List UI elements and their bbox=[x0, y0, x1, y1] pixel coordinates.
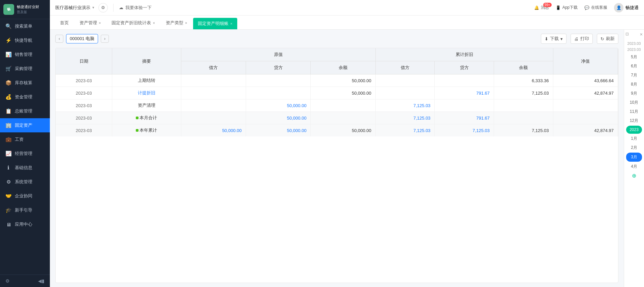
cell-acc-balance bbox=[494, 112, 553, 124]
tab-asset-type-close[interactable]: × bbox=[185, 21, 187, 25]
sidebar-label-sales: 销售管理 bbox=[15, 52, 32, 58]
tab-asset-type[interactable]: 资产类型 × bbox=[161, 17, 192, 29]
topbar: 医疗器械行业演示 ▾ ⚙ ☁ 我要体验一下 🔔 消息 99+ 📱 App下载 💬… bbox=[50, 0, 644, 15]
sidebar-item-operations[interactable]: 📈经营管理 bbox=[0, 147, 50, 161]
sidebar-label-quick-nav: 快捷导航 bbox=[15, 37, 32, 43]
company-selector[interactable]: 医疗器械行业演示 ▾ bbox=[55, 5, 94, 11]
tab-depreciation-stats-close[interactable]: × bbox=[153, 21, 155, 25]
finance-icon: 💰 bbox=[5, 94, 11, 100]
cell-orig-debit: 50,000.00 bbox=[181, 124, 246, 137]
logo-version: 普及版 bbox=[17, 10, 39, 14]
content-main: ‹ 000001 电脑 › ⬇ 下载 ▾ 🖨 打印 bbox=[50, 30, 624, 287]
sidebar-item-finance[interactable]: 💰资金管理 bbox=[0, 90, 50, 104]
timeline-month-9月[interactable]: 9月 bbox=[624, 89, 644, 98]
company-chevron-icon: ▾ bbox=[92, 5, 94, 10]
cloud-icon: ☁ bbox=[119, 5, 123, 10]
content-area: ‹ 000001 电脑 › ⬇ 下载 ▾ 🖨 打印 bbox=[50, 30, 644, 287]
timeline-month-2023-4月[interactable]: 4月 bbox=[624, 162, 644, 171]
cell-orig-balance: 50,000.00 bbox=[311, 124, 375, 137]
sidebar-item-guide[interactable]: 🎓新手引导 bbox=[0, 203, 50, 217]
tab-asset-management-close[interactable]: × bbox=[99, 21, 101, 25]
sidebar-item-system[interactable]: ⚙系统管理 bbox=[0, 175, 50, 189]
timeline-month-10月[interactable]: 10月 bbox=[624, 98, 644, 107]
experience-button[interactable]: ☁ 我要体验一下 bbox=[119, 5, 152, 11]
sidebar-logo: 畅 畅捷通好业财 普及版 bbox=[0, 0, 50, 19]
next-icon: › bbox=[104, 36, 105, 41]
col-net-header: 净值 bbox=[553, 48, 618, 74]
sidebar-item-quick-nav[interactable]: ⚡快捷导航 bbox=[0, 33, 50, 47]
cell-net: 43,666.64 bbox=[553, 74, 618, 87]
logo-icon: 畅 bbox=[3, 4, 14, 15]
collapse-icon[interactable]: ◀▮ bbox=[38, 278, 44, 284]
refresh-button[interactable]: ↻ 刷新 bbox=[597, 34, 618, 44]
print-button[interactable]: 🖨 打印 bbox=[571, 34, 593, 44]
tab-asset-detail-close[interactable]: × bbox=[230, 22, 232, 26]
timeline-month-12月[interactable]: 12月 bbox=[624, 116, 644, 125]
app-download-label: App下载 bbox=[562, 5, 578, 10]
enterprise-icon: 🤝 bbox=[5, 193, 11, 199]
sidebar-item-enterprise[interactable]: 🤝企业协同 bbox=[0, 189, 50, 203]
sales-icon: 📊 bbox=[5, 52, 11, 58]
settings-bottom-icon[interactable]: ⚙ bbox=[5, 278, 10, 284]
tab-home[interactable]: 首页 bbox=[55, 17, 73, 29]
messages-badge: 99+ bbox=[543, 3, 552, 7]
col-orig-debit-header: 借方 bbox=[181, 61, 246, 74]
sidebar-label-search: 搜索菜单 bbox=[15, 23, 32, 29]
prev-icon: ‹ bbox=[59, 36, 60, 41]
timeline-header-date-2: 2023.03 bbox=[627, 46, 641, 53]
sidebar-label-operations: 经营管理 bbox=[15, 151, 32, 157]
messages-button[interactable]: 🔔 消息 99+ bbox=[534, 5, 549, 10]
cell-orig-credit: 50,000.00 bbox=[246, 112, 310, 124]
timeline-down-arrow[interactable]: ⊕ bbox=[632, 172, 636, 179]
cell-net bbox=[553, 99, 618, 112]
customer-service-button[interactable]: 💬 在线客服 bbox=[584, 5, 607, 10]
timeline-month-2023-2月[interactable]: 2月 bbox=[624, 143, 644, 152]
timeline-month-5月[interactable]: 5月 bbox=[624, 53, 644, 62]
topbar-right: 🔔 消息 99+ 📱 App下载 💬 在线客服 👤 畅捷通 bbox=[534, 3, 639, 12]
search-icon: 🔍 bbox=[5, 23, 11, 29]
user-menu[interactable]: 👤 畅捷通 bbox=[614, 3, 639, 12]
timeline-month-2023-1月[interactable]: 1月 bbox=[624, 134, 644, 143]
cell-orig-debit bbox=[181, 87, 246, 99]
col-date-header: 日期 bbox=[56, 48, 112, 74]
prev-asset-button[interactable]: ‹ bbox=[55, 35, 63, 43]
cell-orig-credit: 50,000.00 bbox=[246, 124, 310, 137]
cell-acc-balance: 7,125.03 bbox=[494, 124, 553, 137]
timeline-month-7月[interactable]: 7月 bbox=[624, 71, 644, 80]
timeline-close-button[interactable]: × bbox=[640, 32, 643, 37]
sidebar-item-search[interactable]: 🔍搜索菜单 bbox=[0, 19, 50, 33]
toolbar-right: ⬇ 下载 ▾ 🖨 打印 ↻ 刷新 bbox=[541, 34, 618, 44]
next-asset-button[interactable]: › bbox=[101, 35, 109, 43]
download-button[interactable]: ⬇ 下载 ▾ bbox=[541, 34, 566, 44]
sidebar-item-fixed-assets[interactable]: 🏢固定资产 bbox=[0, 118, 50, 132]
table-row: 2023-03 上期结转 50,000.00 6,333.36 43,666.6… bbox=[56, 74, 618, 87]
tab-depreciation-stats[interactable]: 固定资产折旧统计表 × bbox=[107, 17, 159, 29]
sidebar-item-inventory[interactable]: 📦库存核算 bbox=[0, 76, 50, 90]
sidebar-item-ledger[interactable]: 📋总账管理 bbox=[0, 104, 50, 118]
sidebar-item-payroll[interactable]: 💼工资 bbox=[0, 132, 50, 147]
app-download-button[interactable]: 📱 App下载 bbox=[556, 5, 578, 10]
sidebar-item-sales[interactable]: 📊销售管理 bbox=[0, 47, 50, 62]
user-name: 畅捷通 bbox=[625, 5, 639, 11]
cell-date: 2023-03 bbox=[56, 124, 112, 137]
logo-name: 畅捷通好业财 bbox=[17, 4, 39, 9]
timeline-year-2023[interactable]: 2023 bbox=[626, 126, 642, 134]
data-table-wrapper: 日期 摘要 原值 累计折旧 净值 借方 贷方 余额 借方 贷方 余额 bbox=[55, 48, 618, 283]
sidebar-item-purchase[interactable]: 🛒采购管理 bbox=[0, 62, 50, 76]
topbar-settings-button[interactable]: ⚙ bbox=[98, 3, 108, 12]
tab-asset-detail[interactable]: 固定资产明细账 × bbox=[193, 18, 237, 29]
col-orig-balance-header: 余额 bbox=[311, 61, 375, 74]
ledger-icon: 📋 bbox=[5, 108, 11, 114]
sidebar: 畅 畅捷通好业财 普及版 🔍搜索菜单⚡快捷导航📊销售管理🛒采购管理📦库存核算💰资… bbox=[0, 0, 50, 287]
tab-asset-management[interactable]: 资产管理 × bbox=[75, 17, 105, 29]
timeline-month-6月[interactable]: 6月 bbox=[624, 62, 644, 71]
timeline-expand-button[interactable]: ⊡ bbox=[625, 32, 629, 36]
cell-acc-debit: 7,125.03 bbox=[375, 124, 435, 137]
sidebar-item-app-center[interactable]: 🖥应用中心 bbox=[0, 217, 50, 231]
user-avatar: 👤 bbox=[614, 3, 623, 12]
refresh-label: 刷新 bbox=[606, 36, 615, 42]
timeline-month-2023-3月[interactable]: 3月 bbox=[626, 153, 642, 162]
timeline-month-11月[interactable]: 11月 bbox=[624, 107, 644, 116]
timeline-month-8月[interactable]: 8月 bbox=[624, 80, 644, 89]
sidebar-item-basic-info[interactable]: ℹ基础信息 bbox=[0, 161, 50, 175]
